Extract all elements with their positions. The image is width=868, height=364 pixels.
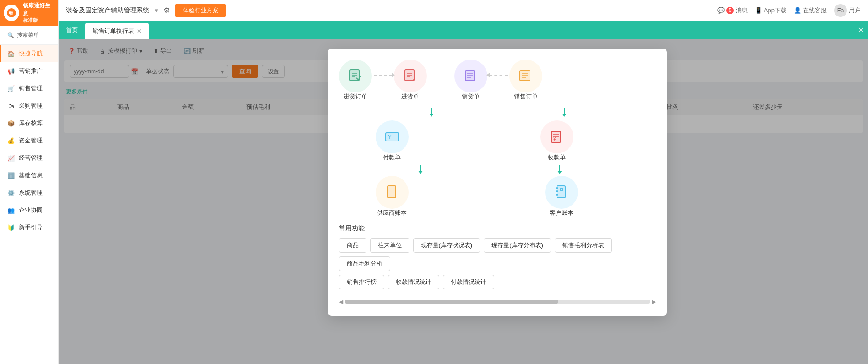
search-menu-label: 搜索菜单 [17, 31, 39, 39]
arrow-receipt-to-payment [394, 108, 469, 117]
ledger-nodes-row: 供应商账本 客户账本 [339, 176, 656, 217]
online-service-item[interactable]: 👤 在线客服 [794, 6, 827, 15]
close-all-tabs-button[interactable]: ✕ [857, 25, 864, 35]
app-download-item[interactable]: 📱 App下载 [755, 6, 786, 15]
sales-order-to-bill-row: 销货单 [454, 60, 542, 101]
svg-rect-37 [387, 190, 388, 192]
sidebar-item-label-inventory: 库存核算 [19, 119, 43, 127]
payment-row [339, 108, 656, 117]
svg-rect-24 [521, 70, 524, 71]
mid-gap2 [447, 165, 541, 174]
sidebar-item-label-basic-info: 基础信息 [19, 171, 43, 179]
svg-rect-29 [551, 131, 561, 142]
tabbar: 首页 销售订单执行表 ✕ ✕ [59, 21, 868, 39]
flow-chart-section: 进货订单 ✓ 进货单 [339, 60, 656, 101]
message-label: 消息 [736, 6, 748, 15]
scroll-row: ◀ ▶ [339, 299, 656, 305]
svg-rect-43 [556, 194, 558, 196]
scroll-right-arrow[interactable]: ▶ [652, 299, 656, 305]
customer-ledger-node: 客户账本 [545, 176, 578, 217]
arrows-to-ledgers [339, 165, 656, 174]
svg-rect-39 [557, 186, 565, 198]
sidebar-search[interactable]: 🔍 搜索菜单 [0, 26, 58, 45]
topbar-right: 💬 5 消息 📱 App下载 👤 在线客服 Ea 用户 [717, 4, 861, 17]
sales-order-label: 销售订单 [514, 92, 538, 101]
func-btn-payment-stats[interactable]: 付款情况统计 [443, 275, 494, 289]
func-btn-receipt-stats[interactable]: 收款情况统计 [388, 275, 439, 289]
topbar: 装备及固定资产辅助管理系统 ▾ ⚙ 体验行业方案 💬 5 消息 📱 App下载 … [59, 0, 868, 21]
info-icon: ℹ️ [7, 171, 15, 179]
app-container: 畅 畅康通好生意 标准版 🔍 搜索菜单 🏠 快捷导航 📢 营销推广 [0, 0, 868, 364]
receipt-payment-label: 收款单 [548, 153, 566, 162]
sidebar-item-operations[interactable]: 📈 经营管理 [0, 149, 58, 167]
scroll-thumb[interactable] [345, 300, 558, 304]
arrow-payment-to-supplier [394, 165, 447, 174]
svg-text:畅: 畅 [9, 11, 13, 16]
func-btn-sales-profit[interactable]: 销售毛利分析表 [555, 238, 612, 253]
svg-rect-18 [469, 70, 473, 71]
message-item[interactable]: 💬 5 消息 [717, 6, 748, 15]
search-menu-button[interactable]: 🔍 搜索菜单 [4, 29, 55, 41]
receipt-label: 进货单 [401, 92, 419, 101]
payment-node: ¥ 付款单 [376, 120, 409, 162]
sidebar-item-inventory[interactable]: 📦 库存核算 [0, 114, 58, 132]
sales-bill-icon [454, 60, 487, 92]
gear-icon: ⚙️ [7, 189, 15, 197]
settings-icon[interactable]: ⚙ [164, 6, 170, 15]
home-icon: 🏠 [7, 49, 15, 58]
message-badge: 5 [726, 7, 734, 14]
sidebar-item-basic-info[interactable]: ℹ️ 基础信息 [0, 167, 58, 184]
quick-nav-modal: 进货订单 ✓ 进货单 [328, 49, 667, 316]
sidebar-item-label-finance: 资金管理 [19, 136, 43, 145]
sidebar-item-purchase[interactable]: 🛍 采购管理 [0, 97, 58, 114]
main-content: 装备及固定资产辅助管理系统 ▾ ⚙ 体验行业方案 💬 5 消息 📱 App下载 … [59, 0, 868, 364]
dropdown-arrow[interactable]: ▾ [155, 7, 158, 14]
tab-sales-order[interactable]: 销售订单执行表 ✕ [85, 23, 149, 39]
svg-text:¥: ¥ [553, 136, 556, 141]
sidebar-item-guide[interactable]: 🔰 新手引导 [0, 219, 58, 236]
scroll-left-arrow[interactable]: ◀ [339, 299, 343, 305]
arrow-sales-order-to-bill [489, 75, 508, 76]
tab-home[interactable]: 首页 [59, 21, 85, 39]
function-buttons-row1: 商品 往来单位 现存量(库存状况表) 现存量(库存分布表) 销售毛利分析表 商品… [339, 238, 656, 271]
modal-overlay[interactable]: 进货订单 ✓ 进货单 [59, 39, 868, 364]
scroll-track [345, 300, 650, 304]
sidebar-item-sales[interactable]: 🛒 销售管理 [0, 80, 58, 97]
logo-text: 畅康通好生意 [23, 2, 55, 17]
tab-close-icon[interactable]: ✕ [137, 28, 142, 34]
customer-ledger-icon [545, 176, 578, 209]
phone-icon: 📱 [755, 7, 762, 14]
sales-bill-group: 销货单 [454, 60, 542, 101]
func-btn-sales-rank[interactable]: 销售排行榜 [339, 275, 384, 289]
message-icon: 💬 [717, 7, 725, 14]
sidebar-item-system[interactable]: ⚙️ 系统管理 [0, 184, 58, 201]
guide-icon: 🔰 [7, 223, 15, 232]
sidebar-item-enterprise[interactable]: 👥 企业协同 [0, 201, 58, 219]
sidebar-item-finance[interactable]: 💰 资金管理 [0, 132, 58, 149]
svg-rect-42 [556, 190, 558, 192]
sidebar-item-label-purchase: 采购管理 [19, 102, 43, 110]
sidebar-nav: 🏠 快捷导航 📢 营销推广 🛒 销售管理 🛍 采购管理 📦 库存核算 💰 [0, 45, 58, 364]
sidebar-item-quicknav[interactable]: 🏠 快捷导航 [0, 45, 58, 62]
sidebar: 畅 畅康通好生意 标准版 🔍 搜索菜单 🏠 快捷导航 📢 营销推广 [0, 0, 59, 364]
chart-icon: 📈 [7, 154, 15, 162]
func-btn-product[interactable]: 商品 [339, 238, 366, 253]
svg-rect-38 [387, 194, 388, 196]
func-btn-product-profit[interactable]: 商品毛利分析 [339, 256, 390, 271]
purchase-order-node: 进货订单 [339, 60, 372, 101]
svg-text:¥: ¥ [388, 133, 392, 141]
sales-bill-label: 销货单 [462, 92, 480, 101]
sidebar-item-marketing[interactable]: 📢 营销推广 [0, 62, 58, 80]
func-btn-stock-status[interactable]: 现存量(库存状况表) [413, 238, 480, 253]
arrow-purchase-to-receipt [374, 75, 392, 76]
func-btn-contacts[interactable]: 往来单位 [370, 238, 409, 253]
sales-order-node: 销售订单 [509, 60, 542, 101]
function-buttons-row2: 销售排行榜 收款情况统计 付款情况统计 [339, 275, 656, 289]
sidebar-item-label-marketing: 营销推广 [19, 67, 43, 75]
sidebar-item-label-operations: 经营管理 [19, 154, 43, 162]
user-item[interactable]: Ea 用户 [834, 4, 861, 17]
sidebar-item-label-quicknav: 快捷导航 [19, 49, 43, 58]
tab-home-label: 首页 [66, 26, 78, 34]
func-btn-stock-dist[interactable]: 现存量(库存分布表) [484, 238, 551, 253]
experience-btn[interactable]: 体验行业方案 [175, 4, 226, 17]
